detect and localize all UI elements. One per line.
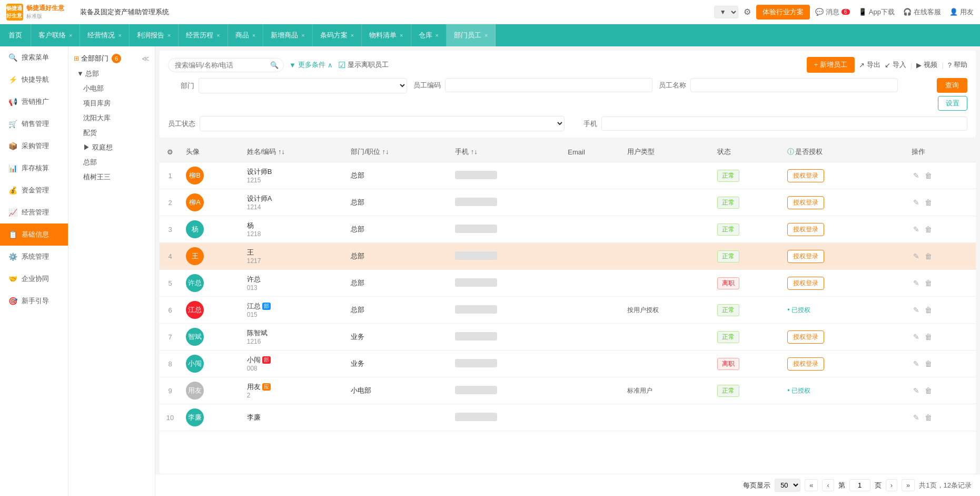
nav-tab-客户联络[interactable]: 客户联络 × (31, 24, 80, 46)
dept-node[interactable]: 配货 (68, 125, 155, 140)
nav-tab-利润报告[interactable]: 利润报告 × (130, 24, 179, 46)
help-button[interactable]: ? 帮助 (948, 60, 967, 70)
nav-tab-物料清单[interactable]: 物料清单 × (362, 24, 411, 46)
messages-button[interactable]: 💬 消息 6 (815, 7, 850, 17)
edit-button[interactable]: ✎ (913, 386, 919, 395)
trial-button[interactable]: 体验行业方案 (756, 5, 810, 20)
page-size-select[interactable]: 50 (775, 479, 800, 492)
dept-node[interactable]: 项目库房 (68, 96, 155, 111)
import-button[interactable]: ↙ 导入 (885, 60, 906, 70)
nav-tab-仓库[interactable]: 仓库 × (411, 24, 447, 46)
add-employee-button[interactable]: + 新增员工 (807, 57, 855, 73)
sidebar-item-search[interactable]: 🔍搜索菜单 (0, 46, 68, 69)
edit-button[interactable]: ✎ (913, 413, 919, 422)
auth-login-button[interactable]: 授权登录 (787, 330, 824, 344)
dept-node[interactable]: 植树王三 (68, 170, 155, 184)
export-button[interactable]: ↗ 导出 (859, 60, 880, 70)
col-phone[interactable]: 手机 ↑↓ (450, 142, 562, 162)
sidebar-item-collab[interactable]: 🤝企业协同 (0, 268, 68, 290)
page-number-input[interactable] (849, 479, 870, 491)
edit-button[interactable]: ✎ (913, 333, 919, 341)
sidebar-item-inventory[interactable]: 📊库存核算 (0, 157, 68, 179)
delete-button[interactable]: 🗑 (925, 198, 932, 207)
prev-page-button[interactable]: ‹ (822, 479, 834, 491)
col-dept[interactable]: 部门/职位 ↑↓ (345, 142, 450, 162)
gear-icon[interactable]: ⚙ (744, 7, 751, 17)
nav-tab-首页[interactable]: 首页 (0, 24, 31, 46)
nav-tab-条码方案[interactable]: 条码方案 × (313, 24, 362, 46)
col-name[interactable]: 姓名/编码 ↑↓ (242, 142, 346, 162)
sidebar-item-guide[interactable]: 🎯新手引导 (0, 290, 68, 312)
video-button[interactable]: ▶ 视频 (916, 60, 937, 70)
tab-close-icon[interactable]: × (69, 32, 72, 38)
auth-login-button[interactable]: 授权登录 (787, 250, 824, 263)
sidebar-item-basic[interactable]: 📋基础信息 (0, 223, 68, 246)
auth-login-button[interactable]: 授权登录 (787, 196, 824, 209)
delete-button[interactable]: 🗑 (925, 171, 932, 180)
auth-login-button[interactable]: 授权登录 (787, 357, 824, 371)
sidebar-item-quick[interactable]: ⚡快捷导航 (0, 69, 68, 91)
edit-button[interactable]: ✎ (913, 306, 919, 314)
nav-tab-经营情况[interactable]: 经营情况 × (80, 24, 129, 46)
sidebar-item-finance[interactable]: 💰资金管理 (0, 179, 68, 201)
tab-close-icon[interactable]: × (167, 32, 171, 38)
tab-close-icon[interactable]: × (301, 32, 304, 38)
delete-button[interactable]: 🗑 (925, 359, 932, 368)
empcode-filter-input[interactable] (445, 78, 652, 92)
collapse-tree-button[interactable]: ≪ (142, 54, 150, 63)
delete-button[interactable]: 🗑 (925, 279, 932, 287)
show-resigned-checkbox[interactable]: ☑ 显示离职员工 (338, 60, 389, 70)
auth-login-button[interactable]: 授权登录 (787, 169, 824, 182)
tab-close-icon[interactable]: × (252, 32, 255, 38)
system-selector[interactable]: ▼ (714, 6, 738, 18)
phone-filter-input[interactable] (601, 116, 967, 131)
tab-close-icon[interactable]: × (435, 32, 439, 38)
edit-button[interactable]: ✎ (913, 225, 919, 234)
nav-tab-新增商品[interactable]: 新增商品 × (263, 24, 312, 46)
dept-node[interactable]: 总部 (68, 155, 155, 170)
dept-node[interactable]: ▼ 总部 (68, 66, 155, 81)
sidebar-item-purchase[interactable]: 📦采购管理 (0, 135, 68, 157)
delete-button[interactable]: 🗑 (925, 225, 932, 234)
app-download-button[interactable]: 📱 App下载 (858, 7, 895, 17)
tab-close-icon[interactable]: × (216, 32, 220, 38)
edit-button[interactable]: ✎ (913, 252, 919, 260)
dept-node[interactable]: 小电部 (68, 81, 155, 96)
empname-filter-input[interactable] (690, 78, 898, 92)
auth-login-button[interactable]: 授权登录 (787, 223, 824, 236)
delete-button[interactable]: 🗑 (925, 386, 932, 395)
sidebar-item-operations[interactable]: 📈经营管理 (0, 201, 68, 223)
auth-login-button[interactable]: 授权登录 (787, 277, 824, 290)
tab-close-icon[interactable]: × (400, 32, 403, 38)
edit-button[interactable]: ✎ (913, 279, 919, 287)
sidebar-item-sales[interactable]: 🛒销售管理 (0, 113, 68, 135)
delete-button[interactable]: 🗑 (925, 333, 932, 341)
online-service-button[interactable]: 🎧 在线客服 (903, 7, 941, 17)
sidebar-item-system[interactable]: ⚙️系统管理 (0, 246, 68, 268)
delete-button[interactable]: 🗑 (925, 252, 932, 260)
sidebar-item-marketing[interactable]: 📢营销推广 (0, 91, 68, 113)
dept-node[interactable]: ▶ 双庭想 (68, 140, 155, 155)
col-settings[interactable]: ⚙ (160, 142, 181, 162)
tab-close-icon[interactable]: × (118, 32, 121, 38)
query-button[interactable]: 查询 (937, 78, 967, 93)
dept-node[interactable]: 沈阳大库 (68, 111, 155, 125)
more-filter-button[interactable]: ▼ 更多条件 ∧ (289, 60, 333, 70)
user-avatar[interactable]: 👤 用友 (949, 7, 974, 17)
search-input[interactable] (168, 58, 284, 72)
tab-close-icon[interactable]: × (351, 32, 354, 38)
edit-button[interactable]: ✎ (913, 198, 919, 207)
delete-button[interactable]: 🗑 (925, 413, 932, 422)
dept-filter-select[interactable] (199, 78, 407, 93)
edit-button[interactable]: ✎ (913, 359, 919, 368)
nav-tab-经营历程[interactable]: 经营历程 × (179, 24, 227, 46)
delete-button[interactable]: 🗑 (925, 306, 932, 314)
nav-tab-商品[interactable]: 商品 × (228, 24, 263, 46)
tab-close-icon[interactable]: × (484, 32, 488, 38)
edit-button[interactable]: ✎ (913, 171, 919, 180)
last-page-button[interactable]: » (902, 479, 915, 491)
status-filter-select[interactable] (200, 116, 565, 131)
nav-tab-部门员工[interactable]: 部门员工 × (447, 24, 496, 46)
first-page-button[interactable]: « (805, 479, 818, 491)
set-button[interactable]: 设置 (938, 96, 967, 111)
